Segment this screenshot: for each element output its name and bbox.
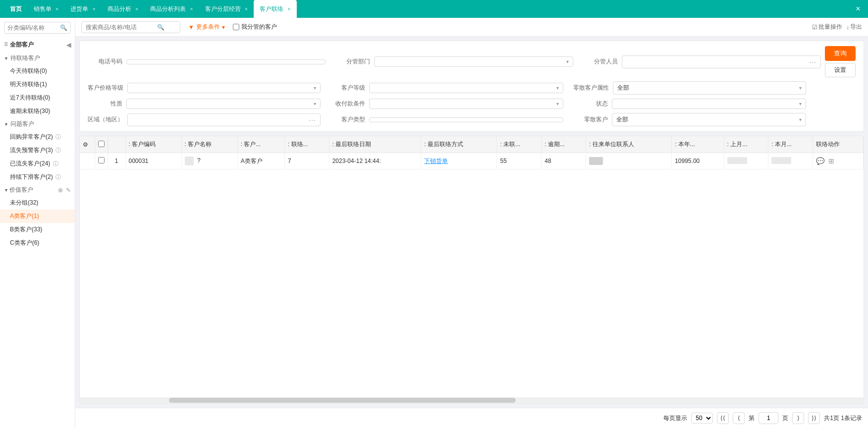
query-btn[interactable]: 查询 [825, 46, 856, 61]
filter-customer-type-input[interactable] [369, 117, 563, 122]
toolbar-search-icon[interactable]: 🔍 [157, 24, 164, 31]
row-customer-type: A类客户 [237, 153, 284, 169]
sidebar-item-churned[interactable]: 已流失客户(24) ⓘ [0, 157, 75, 170]
filter-person-input[interactable]: ··· [622, 55, 821, 68]
sidebar-item-class-b[interactable]: B类客户(33) [0, 223, 75, 236]
nav-purchase-order[interactable]: 进货单 × [64, 0, 101, 18]
sidebar-item-today[interactable]: 今天待联络(0) [0, 64, 75, 78]
filter-scatter-attr-select[interactable]: 全部▾ [613, 81, 806, 95]
nav-close-product[interactable]: × [135, 6, 138, 12]
sidebar-group-value-header[interactable]: ▼ 价值客户 ⊕ ✎ [0, 184, 75, 196]
my-customers-check[interactable] [233, 24, 239, 30]
nav-product-analysis[interactable]: 商品分析 × [102, 0, 144, 18]
row-gear [80, 153, 95, 169]
scrollbar-thumb[interactable] [169, 398, 516, 403]
filter-payment-select[interactable]: ▾ [369, 99, 563, 109]
col-this-month: : 本月... [768, 136, 813, 153]
grid-icon[interactable]: ⊞ [828, 157, 834, 165]
nav-customer-segment[interactable]: 客户分层经营 × [199, 0, 254, 18]
filter-scatter-select[interactable]: 全部▾ [612, 113, 806, 126]
sidebar: 🔍 ⠿ 全部客户 ◀ 待联络客户 今天待联络(0) 明天待联络(1) 近7天待联… [0, 18, 75, 428]
toolbar-search-box[interactable]: 🔍 [81, 21, 180, 33]
filter-phone-input[interactable] [126, 59, 326, 64]
sidebar-item-churn-warning[interactable]: 流失预警客户(3) ⓘ [0, 144, 75, 157]
chat-icon[interactable]: 💬 [816, 157, 824, 165]
first-page-btn[interactable]: ⟨⟨ [717, 412, 729, 424]
row-contact-way-link[interactable]: 下销货单 [424, 158, 448, 164]
select-all-checkbox[interactable] [98, 141, 105, 147]
row-code: 000031 [125, 153, 181, 169]
nav-sales-order[interactable]: 销售单 × [28, 0, 64, 18]
sidebar-group-pending[interactable]: 待联络客户 [0, 52, 75, 64]
col-overdue: : 逾期... [542, 136, 586, 153]
filter-area: 电话号码 分管部门 ▾ 分管人员 ··· 查询 设置 [79, 41, 864, 132]
col-this-year: : 本年... [672, 136, 724, 153]
sidebar-value-edit-icon[interactable]: ✎ [66, 187, 71, 194]
sidebar-item-declining[interactable]: 持续下滑客户(2) ⓘ [0, 170, 75, 184]
nav-customer-contact[interactable]: 客户联络 × [254, 0, 296, 18]
row-no-contact: 55 [497, 153, 542, 169]
filter-more-btn[interactable]: ▼ 更多条件 ▾ [184, 21, 229, 33]
sidebar-item-class-a[interactable]: A类客户(1) [0, 210, 75, 223]
filter-row-3: 性质 ▾ 收付款条件 ▾ 状态 ▾ [88, 99, 856, 109]
sidebar-search-icon[interactable]: 🔍 [60, 24, 67, 31]
my-customers-checkbox[interactable]: 我分管的客户 [233, 23, 277, 31]
filter-customer-level-select[interactable]: ▾ [369, 83, 563, 93]
filter-row-1: 电话号码 分管部门 ▾ 分管人员 ··· 查询 设置 [88, 46, 856, 77]
last-page-btn[interactable]: ⟩⟩ [808, 412, 820, 424]
sidebar-item-overdue[interactable]: 逾期未联络(30) [0, 105, 75, 118]
nav-close-product-list[interactable]: × [190, 6, 193, 12]
main-layout: 🔍 ⠿ 全部客户 ◀ 待联络客户 今天待联络(0) 明天待联络(1) 近7天待联… [0, 18, 868, 428]
filter-payment: 收付款条件 ▾ [330, 99, 563, 109]
row-name: ? [181, 153, 237, 169]
filter-dept-select[interactable]: ▾ [374, 56, 573, 67]
page-size-select[interactable]: 50 [691, 413, 713, 424]
nav-home[interactable]: 首页 [4, 0, 28, 18]
table-header-row: ⚙ : 客户编码 : 客户名 [80, 136, 864, 153]
row-unit-contacts [586, 153, 671, 169]
filter-arrow-icon: ▾ [222, 24, 225, 31]
sidebar-item-tomorrow[interactable]: 明天待联络(1) [0, 78, 75, 91]
sidebar-value-add-icon[interactable]: ⊕ [58, 187, 63, 194]
row-last-contact-date: 2023-04-12 14:44: [329, 153, 421, 169]
filter-person: 分管人员 ··· [583, 55, 821, 68]
filter-status-select[interactable]: ▾ [612, 99, 806, 109]
sidebar-search-box[interactable]: 🔍 [4, 22, 71, 34]
col-customer-type: : 客户... [237, 136, 284, 153]
filter-nature-select[interactable]: ▾ [126, 99, 321, 109]
table-container: ⚙ : 客户编码 : 客户名 [79, 136, 864, 404]
sidebar-item-repurchase-abnormal[interactable]: 回购异常客户(2) ⓘ [0, 130, 75, 144]
sidebar-item-7days[interactable]: 近7天待联络(0) [0, 91, 75, 105]
nav-close-segment[interactable]: × [245, 6, 248, 12]
prev-page-btn[interactable]: ⟨ [733, 412, 745, 424]
next-page-btn[interactable]: ⟩ [792, 412, 804, 424]
table-settings-icon[interactable]: ⚙ [83, 141, 88, 148]
current-page-input[interactable] [759, 412, 778, 424]
row-select-checkbox[interactable] [98, 157, 105, 163]
sidebar-all-customers[interactable]: ⠿ 全部客户 ◀ [0, 38, 75, 52]
filter-price-level-select[interactable]: ▾ [127, 83, 321, 93]
toolbar-search-input[interactable] [86, 24, 155, 31]
sidebar-item-unclassified[interactable]: 未分组(32) [0, 196, 75, 210]
top-nav: 首页 销售单 × 进货单 × 商品分析 × 商品分析列表 × 客户分层经营 × … [0, 0, 868, 18]
batch-op-btn[interactable]: ☑ 批量操作 [812, 23, 842, 31]
filter-region-input[interactable]: ··· [127, 113, 321, 126]
nav-close-all[interactable]: × [852, 3, 864, 15]
customer-table: ⚙ : 客户编码 : 客户名 [80, 136, 864, 169]
nav-close-contact[interactable]: × [287, 6, 290, 12]
col-action: 联络动作 [813, 136, 863, 153]
sidebar-item-class-c[interactable]: C类客户(6) [0, 236, 75, 250]
nav-product-analysis-list[interactable]: 商品分析列表 × [144, 0, 199, 18]
sidebar-group-problem[interactable]: 问题客户 [0, 118, 75, 130]
nav-close-purchase[interactable]: × [92, 6, 95, 12]
sidebar-collapse-icon[interactable]: ◀ [66, 42, 71, 49]
horizontal-scrollbar[interactable] [80, 397, 864, 403]
col-name: : 客户名称 [181, 136, 237, 153]
export-btn[interactable]: ↓ 导出 [846, 23, 862, 31]
sidebar-search-input[interactable] [7, 24, 58, 31]
row-overdue: 48 [542, 153, 586, 169]
nav-close-sales[interactable]: × [55, 6, 58, 12]
col-no-contact: : 未联... [497, 136, 542, 153]
setting-btn[interactable]: 设置 [825, 63, 856, 77]
toolbar: 🔍 ▼ 更多条件 ▾ 我分管的客户 ☑ 批量操作 ↓ 导出 [75, 18, 868, 37]
